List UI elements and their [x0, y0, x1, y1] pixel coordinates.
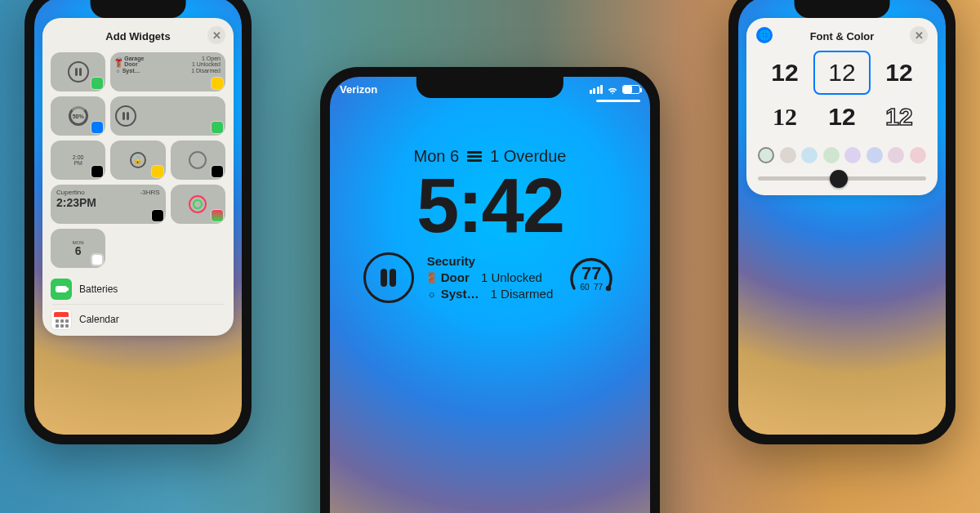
app-label: Batteries — [79, 283, 118, 295]
color-swatch-4[interactable] — [844, 147, 861, 163]
badge-icon — [212, 78, 223, 89]
clock-ampm: PM — [73, 160, 84, 166]
slider-knob[interactable] — [830, 170, 848, 188]
notch — [416, 77, 564, 98]
phone-right: 🌐 Font & Color ✕ 12 12 12 12 12 12 — [728, 0, 956, 444]
close-icon: ✕ — [915, 29, 924, 42]
city-time: 2:23PM — [56, 196, 160, 209]
panel-title: Add Widgets — [105, 30, 170, 42]
lock-screen-content: Mon 6 1 Overdue 5:42 Security 🚪 Door 1 U… — [330, 77, 650, 513]
widget-airpods-long[interactable] — [110, 96, 225, 136]
battery-icon — [56, 286, 67, 292]
ring-icon — [189, 151, 207, 169]
badge-icon — [212, 166, 223, 177]
badge-icon — [91, 122, 103, 133]
app-list: Batteries Calendar — [51, 274, 225, 334]
batteries-app-icon — [51, 279, 72, 300]
close-icon: ✕ — [212, 29, 221, 42]
city-offset: -3HRS — [140, 189, 160, 196]
carrier-label: Verizon — [340, 83, 377, 96]
font-color-panel: 🌐 Font & Color ✕ 12 12 12 12 12 12 — [746, 18, 938, 195]
widget-clock[interactable]: 2:00 PM — [51, 141, 105, 180]
widget-home[interactable]: 🚗 Garage1 Open 🚪 Door1 Unlocked ☼ Syst…1… — [110, 52, 225, 91]
color-swatch-3[interactable] — [823, 147, 840, 163]
wifi-icon — [607, 84, 618, 96]
door-icon: 🚪 — [427, 271, 437, 284]
phone-center: Verizon Mon 6 1 Overdue 5:42 Secu — [320, 67, 660, 513]
add-widgets-panel: Add Widgets ✕ 🚗 Garage1 Open 🚪 Door1 Unl… — [42, 18, 234, 336]
hue-slider[interactable] — [758, 176, 926, 181]
badge-icon — [152, 166, 163, 177]
widget-fitness[interactable] — [171, 185, 225, 224]
airpods-icon — [68, 61, 89, 83]
battery-pct: 50% — [73, 114, 84, 119]
reminders-icon — [467, 151, 482, 162]
phone-left-screen: Add Widgets ✕ 🚗 Garage1 Open 🚪 Door1 Unl… — [34, 0, 242, 435]
color-swatch-2[interactable] — [801, 147, 817, 163]
security-l2b: 1 Disarmed — [491, 286, 554, 302]
security-widget[interactable]: Security 🚪 Door 1 Unlocked ☼ Syst… 1 Dis… — [427, 253, 554, 303]
city-name: Cupertino — [56, 189, 85, 196]
cal-num: 6 — [75, 245, 82, 256]
badge-icon — [91, 78, 103, 89]
security-title: Security — [427, 253, 554, 270]
phone-left: Add Widgets ✕ 🚗 Garage1 Open 🚪 Door1 Unl… — [24, 0, 252, 444]
close-button[interactable]: ✕ — [910, 26, 928, 44]
clock-icon: 2:00 PM — [73, 154, 84, 166]
calendar-app-icon — [51, 309, 72, 330]
app-item-batteries[interactable]: Batteries — [51, 274, 225, 304]
color-swatch-5[interactable] — [866, 147, 883, 163]
home-l1b: 1 Open — [202, 56, 220, 61]
lock-screen-time[interactable]: 5:42 — [416, 167, 564, 244]
airpods-widget[interactable] — [363, 252, 414, 303]
widget-grid: 🚗 Garage1 Open 🚪 Door1 Unlocked ☼ Syst…1… — [51, 52, 225, 268]
widget-world-clock[interactable]: Cupertino -3HRS 2:23PM — [51, 185, 166, 224]
font-option-3[interactable]: 12 — [871, 51, 928, 95]
home-l3b: 1 Disarmed — [191, 68, 220, 74]
battery-ring-icon: 50% — [69, 106, 88, 126]
badge-icon — [91, 254, 103, 265]
widget-lock[interactable]: 🔓 — [110, 141, 165, 180]
app-label: Calendar — [79, 314, 119, 325]
badge-icon — [152, 210, 163, 221]
close-button[interactable]: ✕ — [207, 26, 225, 44]
font-option-5[interactable]: 12 — [813, 95, 871, 139]
cellular-icon — [590, 85, 604, 94]
globe-button[interactable]: 🌐 — [756, 27, 773, 43]
font-option-2[interactable]: 12 — [813, 51, 871, 95]
airpod-left-icon — [381, 269, 387, 287]
badge-icon — [212, 122, 223, 133]
notch — [91, 0, 186, 18]
font-option-1[interactable]: 12 — [756, 51, 813, 95]
svg-point-0 — [606, 286, 611, 291]
activity-rings-icon — [189, 195, 207, 213]
notch — [795, 0, 890, 18]
widget-blank1[interactable] — [171, 141, 225, 180]
panel-header: Add Widgets ✕ — [51, 25, 225, 47]
status-right — [590, 84, 641, 96]
color-swatch-7[interactable] — [910, 147, 926, 163]
color-swatch-1[interactable] — [780, 147, 796, 163]
color-row — [756, 147, 928, 163]
lock-icon: 🔓 — [130, 152, 146, 168]
security-l2a: Syst… — [441, 286, 479, 302]
app-item-calendar[interactable]: Calendar — [51, 305, 225, 334]
color-swatch-0[interactable] — [758, 147, 774, 163]
security-l1b: 1 Unlocked — [481, 270, 542, 286]
weather-arc-icon — [566, 252, 617, 303]
phone-right-screen: 🌐 Font & Color ✕ 12 12 12 12 12 12 — [738, 0, 946, 435]
font-option-4[interactable]: 12 — [756, 95, 813, 139]
widget-battery-ring[interactable]: 50% — [51, 96, 105, 136]
badge-icon — [212, 210, 223, 221]
security-l1a: Door — [441, 270, 470, 286]
panel-header: 🌐 Font & Color ✕ — [756, 25, 928, 47]
lock-screen: Verizon Mon 6 1 Overdue 5:42 Secu — [330, 77, 650, 513]
clock-time: 2:00 — [73, 154, 84, 160]
font-option-6[interactable]: 12 — [871, 95, 928, 139]
widget-airpods[interactable] — [51, 52, 105, 91]
color-swatch-6[interactable] — [888, 147, 904, 163]
airpods-icon — [115, 105, 136, 127]
weather-widget[interactable]: 77 60 77 — [566, 252, 617, 303]
home-l2a: 🚪 Door — [115, 61, 137, 67]
widget-calendar[interactable]: MON 6 — [51, 229, 105, 268]
